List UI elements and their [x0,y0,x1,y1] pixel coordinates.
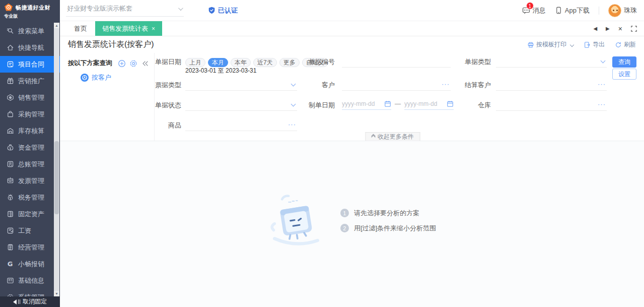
warehouse-label: 仓库 [454,100,491,111]
sidebar-item-reimburse[interactable]: G 小畅报销 [0,256,60,272]
scheme-item-by-customer[interactable]: 按客户 [80,73,111,82]
page-header: 销售发票统计表(按客户) 按模板打印 导出 刷新 [60,36,644,53]
messages-button[interactable]: 消息 1 [522,6,546,15]
doc-no-input[interactable] [342,56,451,67]
home-icon [6,44,14,52]
sidebar-item-sales[interactable]: 销售管理 [0,89,60,106]
create-date-end-input[interactable] [404,99,446,109]
date-option-last-7-days[interactable]: 近7天 [253,58,277,67]
unpin-bars-icon [18,299,20,304]
date-option-this-month[interactable]: 本月 [208,58,228,67]
sidebar-item-purchase[interactable]: 采购管理 [0,106,60,122]
refresh-button[interactable]: 刷新 [615,40,636,49]
app-download-button[interactable]: App下载 [555,6,590,15]
scroll-down-icon[interactable]: ▼ [54,291,59,296]
tab-bar: 首页 销售发票统计表 × ◀ ▶ × [60,21,644,36]
certified-badge[interactable]: 已认证 [208,6,238,15]
fullscreen-icon[interactable] [631,26,637,32]
shield-icon [208,7,216,14]
customer-field[interactable]: ··· [342,79,451,91]
sidebar-item-label: 工资 [18,226,31,235]
sales-icon [6,94,14,102]
sidebar-item-label: 营销推广 [18,77,44,86]
doc-type-label: 单据类型 [454,56,491,68]
product-field[interactable]: ··· [185,119,297,131]
ledger-icon [6,160,14,168]
empty-state: 1 请先选择要分析的方案 2 用[过滤]条件来缩小分析范围 [268,195,436,247]
scheme-panel: 按以下方案查询 按客户 [60,53,155,141]
bill-type-select[interactable] [185,79,297,91]
doc-status-select[interactable] [185,99,297,111]
logo-subtitle: 专业版 [4,13,56,20]
tab-sales-invoice-stats[interactable]: 销售发票统计表 × [95,21,162,36]
fixed-assets-icon [6,210,14,218]
tab-prev-icon[interactable]: ◀ [593,26,597,31]
tab-home[interactable]: 首页 [66,21,95,36]
unpin-sidebar-button[interactable]: 取消固定 [0,296,60,307]
user-menu[interactable]: 珠珠 [608,4,637,17]
date-option-more[interactable]: 更多 [279,58,300,67]
sidebar-item-base-info[interactable]: 基础信息 [0,272,60,289]
sidebar-scrollbar[interactable]: ▲ ▼ [54,23,59,296]
mascot-illustration [268,195,324,247]
more-icon[interactable]: ··· [598,80,606,88]
export-button[interactable]: 导出 [584,40,605,49]
create-date-start-input[interactable] [342,99,383,109]
marketing-icon [6,77,14,85]
app-download-label: App下载 [565,6,590,15]
empty-step-1: 1 请先选择要分析的方案 [340,209,436,218]
sidebar-item-funds[interactable]: 资金管理 [0,139,60,156]
more-icon[interactable]: ··· [442,80,450,88]
tab-next-icon[interactable]: ▶ [606,26,610,31]
create-date-label: 制单日期 [298,100,335,111]
content-area: 1 请先选择要分析的方案 2 用[过滤]条件来缩小分析范围 [60,141,644,307]
account-selector[interactable]: 好业财专业版演示帐套 [66,4,184,17]
settings-button[interactable]: 设置 [612,69,636,80]
account-name: 好业财专业版演示帐套 [67,4,132,13]
sidebar-menu: 搜索菜单 快捷导航 项目合同 营销推广 销售管理 采购管理 库存核算 资金管理 [0,23,60,296]
sidebar-item-operations[interactable]: 经营管理 [0,239,60,256]
sidebar-item-invoice[interactable]: 发票管理 [0,172,60,189]
export-icon [584,41,591,48]
sidebar-item-system[interactable]: 系统管理 [0,289,60,296]
collapse-more-conditions-button[interactable]: 收起更多条件 [366,132,420,141]
more-icon[interactable]: ··· [598,100,606,108]
gear-icon[interactable] [129,59,137,68]
sidebar-item-fixed-assets[interactable]: 固定资产 [0,206,60,222]
warehouse-field[interactable]: ··· [496,99,607,111]
sidebar-item-quick-nav[interactable]: 快捷导航 [0,39,60,56]
calendar-icon[interactable] [384,100,391,107]
scroll-up-icon[interactable]: ▲ [54,23,59,28]
print-by-template-button[interactable]: 按模板打印 [527,40,574,49]
sidebar-item-payroll[interactable]: 工资 [0,222,60,239]
scrollbar-thumb[interactable] [54,141,59,214]
sidebar-item-label: 基础信息 [18,276,44,285]
sidebar-item-inventory[interactable]: 库存核算 [0,122,60,139]
payroll-icon [6,227,14,235]
sidebar-item-tax[interactable]: 税务管理 [0,189,60,206]
query-button[interactable]: 查询 [612,56,636,68]
tab-close-icon[interactable]: × [152,25,155,32]
doc-type-select[interactable] [496,55,607,68]
settle-customer-field[interactable]: ··· [496,79,607,91]
printer-icon [527,41,534,48]
sidebar-item-label: 税务管理 [18,193,44,202]
sidebar-item-ledger[interactable]: 总账管理 [0,156,60,172]
date-separator: — [393,100,402,107]
date-option-this-year[interactable]: 本年 [231,58,251,67]
tab-close-all-icon[interactable]: × [618,25,622,33]
sidebar-item-label: 经营管理 [18,243,44,252]
more-icon[interactable]: ··· [288,120,296,128]
contract-icon [6,60,14,69]
messages-label: 消息 [533,6,546,15]
date-option-last-month[interactable]: 上月 [185,58,205,67]
sidebar-item-marketing[interactable]: 营销推广 [0,73,60,89]
calendar-icon[interactable] [447,100,454,107]
tab-label: 销售发票统计表 [102,24,148,33]
sidebar-item-project-contract[interactable]: 项目合同 [0,56,60,73]
add-scheme-icon[interactable] [118,59,126,68]
invoice-icon [6,177,14,185]
sidebar-item-search-menu[interactable]: 搜索菜单 [0,23,60,39]
sidebar-item-label: 快捷导航 [18,43,44,52]
doc-no-label: 单据编号 [298,56,335,68]
